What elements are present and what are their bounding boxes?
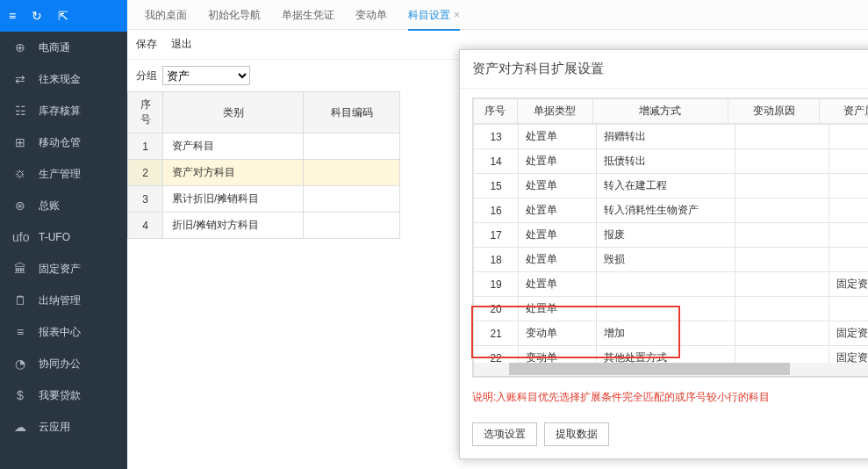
refresh-icon[interactable]: ↻ <box>32 9 42 23</box>
grid-row[interactable]: 16处置单转入消耗性生物资产1421 <box>474 198 869 223</box>
grid-method: 抵债转出 <box>596 149 735 174</box>
grid-asset-attr <box>829 125 868 149</box>
grid-col-header: 单据类型 <box>517 99 592 124</box>
grid-row[interactable]: 13处置单捐赠转出5711 <box>474 125 869 149</box>
note-text: 说明:入账科目优先选择扩展条件完全匹配的或序号较小行的科目 <box>472 390 868 405</box>
modal-header: 资产对方科目扩展设置 ? ✕ <box>460 50 868 89</box>
sidebar-label: 总账 <box>39 198 60 213</box>
extract-button[interactable]: 提取数据 <box>544 422 609 446</box>
sidebar-label: 生产管理 <box>39 167 81 182</box>
sidebar-icon: ufo <box>12 230 28 244</box>
grid-doctype: 变动单 <box>519 321 596 346</box>
sidebar-item-1[interactable]: ⇄往来现金 <box>0 63 127 95</box>
grid-reason <box>735 149 829 174</box>
grid-method: 转入消耗性生物资产 <box>596 198 735 223</box>
grid-col-header: 变动原因 <box>728 99 820 124</box>
grid-idx: 14 <box>474 149 519 174</box>
sidebar: ≡ ↻ ⇱ ⊕电商通⇄往来现金☷库存核算⊞移动仓管⛭生产管理⊛总账ufoT-UF… <box>0 0 127 469</box>
menu-icon[interactable]: ≡ <box>9 9 16 23</box>
grid-scroll[interactable]: 13处置单捐赠转出571114处置单抵债转出220215处置单转入在建工程160… <box>473 124 868 363</box>
grid-idx: 15 <box>474 174 519 198</box>
sidebar-item-8[interactable]: 🗒出纳管理 <box>0 285 127 316</box>
grid-doctype: 处置单 <box>519 174 596 198</box>
modal-overlay: 资产对方科目扩展设置 ? ✕ 序号单据类型增减方式变动原因资产属性12/22 1… <box>127 0 868 469</box>
sidebar-icon: ⛭ <box>12 167 28 181</box>
extend-settings-modal: 资产对方科目扩展设置 ? ✕ 序号单据类型增减方式变动原因资产属性12/22 1… <box>459 49 868 459</box>
grid-reason <box>735 223 829 248</box>
expand-icon[interactable]: ⇱ <box>58 9 68 23</box>
grid-reason <box>735 346 829 364</box>
grid-idx: 19 <box>474 272 519 297</box>
sidebar-icon: ◔ <box>12 357 28 371</box>
grid-doctype: 处置单 <box>519 149 596 174</box>
grid-doctype: 处置单 <box>519 248 596 272</box>
sidebar-icon: ☁ <box>12 420 28 434</box>
grid-doctype: 变动单 <box>519 346 596 364</box>
sidebar-label: 我要贷款 <box>39 388 81 403</box>
scrollbar-thumb[interactable] <box>509 363 790 375</box>
grid-row[interactable]: 14处置单抵债转出2202 <box>474 149 869 174</box>
sidebar-item-11[interactable]: $我要贷款 <box>0 379 127 411</box>
grid-method: 报废 <box>596 223 735 248</box>
sidebar-icon: 🗒 <box>12 293 28 307</box>
grid-asset-attr <box>829 223 868 248</box>
grid-row[interactable]: 21变动单增加固定资产2202 <box>474 321 869 346</box>
grid-row[interactable]: 18处置单毁损5711 <box>474 248 869 272</box>
grid-row[interactable]: 19处置单固定资产1606 <box>474 272 869 297</box>
horizontal-scrollbar[interactable] <box>473 363 868 377</box>
sidebar-item-10[interactable]: ◔协同办公 <box>0 348 127 379</box>
grid: 序号单据类型增减方式变动原因资产属性12/22 13处置单捐赠转出571114处… <box>472 97 868 378</box>
grid-reason <box>735 272 829 297</box>
grid-doctype: 处置单 <box>519 297 596 321</box>
grid-method: 毁损 <box>596 248 735 272</box>
sidebar-item-0[interactable]: ⊕电商通 <box>0 32 127 63</box>
grid-idx: 21 <box>474 321 519 346</box>
grid-method: 增加 <box>596 321 735 346</box>
sidebar-label: 云应用 <box>39 420 70 435</box>
grid-reason <box>735 174 829 198</box>
sidebar-item-2[interactable]: ☷库存核算 <box>0 95 127 126</box>
grid-doctype: 处置单 <box>519 198 596 223</box>
grid-row[interactable]: 20处置单5711 <box>474 297 869 321</box>
grid-row[interactable]: 17处置单报废5711 <box>474 223 869 248</box>
sidebar-label: 移动仓管 <box>39 135 81 150</box>
sidebar-topbar: ≡ ↻ ⇱ <box>0 0 127 32</box>
sidebar-item-9[interactable]: ≡报表中心 <box>0 316 127 348</box>
grid-doctype: 处置单 <box>519 125 596 149</box>
modal-body: 序号单据类型增减方式变动原因资产属性12/22 13处置单捐赠转出571114处… <box>460 89 868 414</box>
sidebar-item-4[interactable]: ⛭生产管理 <box>0 158 127 190</box>
sidebar-icon: ⇄ <box>12 72 28 86</box>
grid-asset-attr: 固定资产 <box>829 272 868 297</box>
sidebar-item-12[interactable]: ☁云应用 <box>0 411 127 443</box>
sidebar-icon: ⊛ <box>12 198 28 213</box>
grid-idx: 17 <box>474 223 519 248</box>
grid-method <box>596 272 735 297</box>
grid-doctype: 处置单 <box>519 272 596 297</box>
options-button[interactable]: 选项设置 <box>472 422 537 446</box>
sidebar-label: 出纳管理 <box>39 293 81 308</box>
grid-reason <box>735 125 829 149</box>
grid-idx: 16 <box>474 198 519 223</box>
grid-asset-attr <box>829 297 868 321</box>
sidebar-icon: 🏛 <box>12 262 28 276</box>
grid-reason <box>735 321 829 346</box>
sidebar-item-6[interactable]: ufoT-UFO <box>0 221 127 253</box>
sidebar-item-3[interactable]: ⊞移动仓管 <box>0 126 127 158</box>
sidebar-item-5[interactable]: ⊛总账 <box>0 190 127 221</box>
grid-method: 其他处置方式 <box>596 346 735 364</box>
grid-row[interactable]: 22变动单其他处置方式固定资产2202 <box>474 346 869 364</box>
grid-reason <box>735 248 829 272</box>
sidebar-icon: ≡ <box>12 325 28 339</box>
sidebar-item-7[interactable]: 🏛固定资产 <box>0 253 127 285</box>
grid-row[interactable]: 15处置单转入在建工程1604 <box>474 174 869 198</box>
grid-idx: 18 <box>474 248 519 272</box>
grid-asset-attr <box>829 198 868 223</box>
grid-doctype: 处置单 <box>519 223 596 248</box>
sidebar-label: 固定资产 <box>39 262 81 277</box>
modal-footer: 选项设置 提取数据 保存 退出 <box>460 414 868 458</box>
grid-asset-attr <box>829 149 868 174</box>
grid-asset-attr <box>829 248 868 272</box>
sidebar-icon: $ <box>12 388 28 402</box>
sidebar-label: 协同办公 <box>39 357 81 372</box>
grid-method: 捐赠转出 <box>596 125 735 149</box>
